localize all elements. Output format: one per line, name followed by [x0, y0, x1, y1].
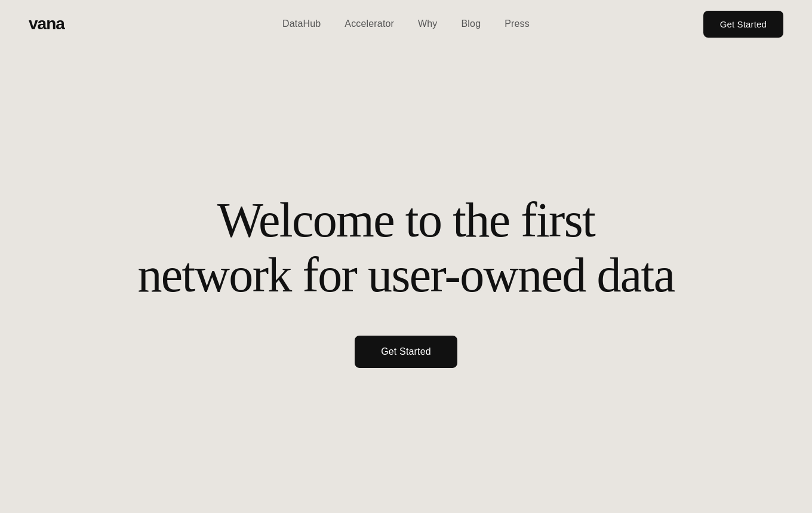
hero-title-line1: Welcome to the first: [217, 193, 595, 247]
logo[interactable]: vana: [29, 14, 64, 33]
nav-item-datahub: DataHub: [282, 19, 321, 29]
hero-section: Welcome to the first network for user-ow…: [0, 48, 812, 513]
nav-get-started-button[interactable]: Get Started: [703, 11, 783, 38]
nav-link-accelerator[interactable]: Accelerator: [345, 19, 394, 29]
nav-link-why[interactable]: Why: [418, 19, 437, 29]
hero-title: Welcome to the first network for user-ow…: [137, 193, 674, 303]
nav-item-why: Why: [418, 19, 437, 29]
hero-title-line2: network for user-owned data: [137, 248, 674, 302]
nav-item-press: Press: [505, 19, 530, 29]
hero-get-started-button[interactable]: Get Started: [355, 336, 457, 368]
nav-item-accelerator: Accelerator: [345, 19, 394, 29]
nav-links: DataHub Accelerator Why Blog Press: [282, 19, 530, 29]
nav-item-blog: Blog: [462, 19, 481, 29]
navbar: vana DataHub Accelerator Why Blog Press …: [0, 0, 812, 48]
nav-link-press[interactable]: Press: [505, 19, 530, 29]
nav-link-datahub[interactable]: DataHub: [282, 19, 321, 29]
nav-link-blog[interactable]: Blog: [462, 19, 481, 29]
